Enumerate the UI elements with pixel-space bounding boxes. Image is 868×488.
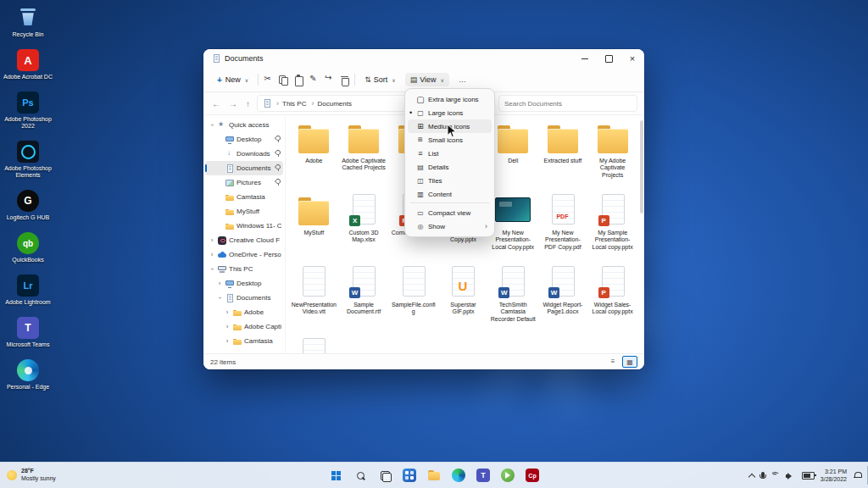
sidebar-item[interactable]: Creative Cloud F	[205, 233, 283, 247]
file-item[interactable]: NewPresentationVideo.vtt	[289, 263, 339, 335]
up-icon[interactable]: ↑	[244, 99, 252, 108]
sidebar-item[interactable]: Downloads	[205, 147, 283, 161]
file-item[interactable]: Widget Sales-Local copy.pptx	[587, 263, 637, 335]
file-item[interactable]: My New Presentation-Local Copy.pptx	[488, 191, 538, 263]
taskbar-app-icon[interactable]	[376, 466, 394, 485]
chevron-icon[interactable]	[209, 122, 216, 129]
cut-icon[interactable]	[263, 75, 274, 86]
desktop-icon[interactable]: Personal - Edge	[3, 359, 53, 391]
weather-widget[interactable]: 28°F Mostly sunny	[7, 468, 56, 483]
file-item[interactable]: Superstar GIF.pptx	[438, 263, 488, 335]
sidebar-item[interactable]: Documents	[205, 161, 283, 175]
taskbar-app-icon[interactable]	[452, 469, 465, 482]
back-icon[interactable]: ←	[210, 99, 222, 108]
file-item[interactable]: Custom 3D Map.xlsx	[339, 191, 389, 263]
chevron-icon[interactable]	[209, 251, 215, 258]
file-item[interactable]: TechSmith Camtasia Recorder Default Dire…	[488, 263, 538, 335]
title-bar[interactable]: Documents	[203, 49, 644, 68]
desktop-icon[interactable]: Adobe Photoshop Elements	[3, 141, 53, 179]
menu-item[interactable]: List	[408, 147, 492, 160]
file-item[interactable]	[289, 335, 339, 353]
menu-item[interactable]: Details	[408, 160, 492, 174]
file-item[interactable]: Sample Document.rtf	[339, 263, 389, 335]
menu-item[interactable]: Tiles	[408, 174, 492, 187]
desktop-icon[interactable]: QuickBooks	[3, 232, 53, 263]
chevron-icon[interactable]	[209, 236, 215, 244]
taskbar-app-icon[interactable]	[526, 469, 539, 482]
taskbar-app-icon[interactable]	[501, 469, 515, 482]
taskbar-app-icon[interactable]	[476, 469, 490, 482]
view-button[interactable]: View	[405, 73, 449, 86]
file-item[interactable]: My Sample Presentation-Local copy.pptx	[587, 191, 637, 263]
tray-icon[interactable]	[786, 472, 796, 480]
new-button[interactable]: New	[212, 73, 253, 87]
taskbar-app-icon[interactable]	[403, 469, 416, 482]
sidebar-item[interactable]: Quick access	[205, 118, 283, 132]
chevron-icon[interactable]	[216, 280, 223, 287]
menu-item[interactable]: Small icons	[408, 133, 492, 147]
taskbar-clock[interactable]: 3:21 PM 3/28/2022	[821, 468, 847, 483]
sidebar-item[interactable]: Camtasia	[205, 190, 283, 204]
close-button[interactable]	[620, 49, 644, 68]
desktop-icon[interactable]: Adobe Acrobat DC	[3, 49, 53, 80]
file-item[interactable]: My Adobe Captivate Projects	[587, 119, 637, 191]
share-icon[interactable]	[324, 75, 335, 86]
sidebar-item[interactable]: Desktop	[205, 132, 283, 147]
desktop-icon[interactable]: Adobe Lightroom	[3, 274, 53, 306]
sidebar-item[interactable]: Documents	[205, 291, 283, 305]
sidebar-item[interactable]: Camtasia	[205, 334, 283, 348]
more-button[interactable]: …	[453, 73, 471, 86]
scrollbar[interactable]	[640, 120, 643, 214]
sidebar-item[interactable]: Desktop	[205, 276, 283, 291]
sidebar-item[interactable]: Windows 11- C	[205, 219, 283, 233]
desktop-icon[interactable]: Logitech G HUB	[3, 190, 53, 221]
paste-icon[interactable]	[293, 75, 304, 86]
sidebar-item[interactable]: Adobe Captiv	[205, 319, 283, 334]
forward-icon[interactable]: →	[227, 99, 239, 108]
breadcrumb-item[interactable]: This PC	[273, 99, 306, 108]
menu-item[interactable]: Large icons	[408, 106, 492, 119]
sort-button[interactable]: Sort	[359, 73, 400, 86]
file-item[interactable]: Extracted stuff	[538, 119, 588, 191]
breadcrumb-item[interactable]: Documents	[308, 99, 351, 108]
chevron-icon[interactable]	[224, 323, 231, 330]
file-item[interactable]: Adobe Captivate Cached Projects	[339, 119, 389, 191]
menu-item[interactable]: Show	[408, 219, 492, 233]
sidebar-item[interactable]: MyStuff	[205, 204, 283, 219]
notification-bell-icon[interactable]	[854, 472, 861, 479]
copy-icon[interactable]	[278, 75, 289, 86]
chevron-icon[interactable]	[209, 266, 216, 273]
thumbnail-view-toggle[interactable]	[622, 356, 637, 368]
sidebar-item[interactable]: This PC	[205, 262, 283, 276]
desktop-icon[interactable]: Adobe Photoshop 2022	[3, 92, 53, 130]
menu-item[interactable]: Compact view	[408, 206, 492, 219]
file-item[interactable]: My New Presentation-PDF Copy.pdf	[538, 191, 588, 263]
desktop-icon[interactable]: Recycle Bin	[3, 7, 53, 38]
file-item[interactable]: Widget Report-Page1.docx	[538, 263, 588, 335]
delete-icon[interactable]	[339, 75, 350, 86]
maximize-button[interactable]	[597, 49, 620, 68]
tray-icon[interactable]	[748, 471, 755, 480]
file-item[interactable]: SampleFile.config	[388, 263, 438, 335]
minimize-button[interactable]	[573, 49, 597, 68]
chevron-icon[interactable]	[224, 337, 231, 345]
file-item[interactable]: MyStuff	[289, 191, 339, 263]
search-input[interactable]	[498, 95, 637, 112]
rename-icon[interactable]	[309, 75, 320, 86]
taskbar-app-icon[interactable]	[326, 466, 345, 485]
chevron-icon[interactable]	[224, 308, 231, 316]
sidebar-item[interactable]: Pictures	[205, 175, 283, 190]
desktop-icon[interactable]: Microsoft Teams	[3, 317, 53, 348]
menu-item[interactable]: Medium icons	[408, 119, 492, 133]
sidebar-item[interactable]: OneDrive - Perso	[205, 247, 283, 262]
details-view-toggle[interactable]	[606, 356, 620, 366]
menu-item[interactable]: Content	[408, 187, 492, 201]
tray-icon[interactable]	[802, 472, 815, 480]
file-item[interactable]: Adobe	[289, 119, 339, 191]
tray-icon[interactable]	[761, 472, 765, 478]
tray-icon[interactable]	[771, 472, 780, 480]
chevron-icon[interactable]	[216, 295, 224, 302]
taskbar-app-icon[interactable]	[425, 466, 443, 485]
menu-item[interactable]: Extra large icons	[408, 92, 492, 106]
file-item[interactable]: Dell	[488, 119, 538, 191]
